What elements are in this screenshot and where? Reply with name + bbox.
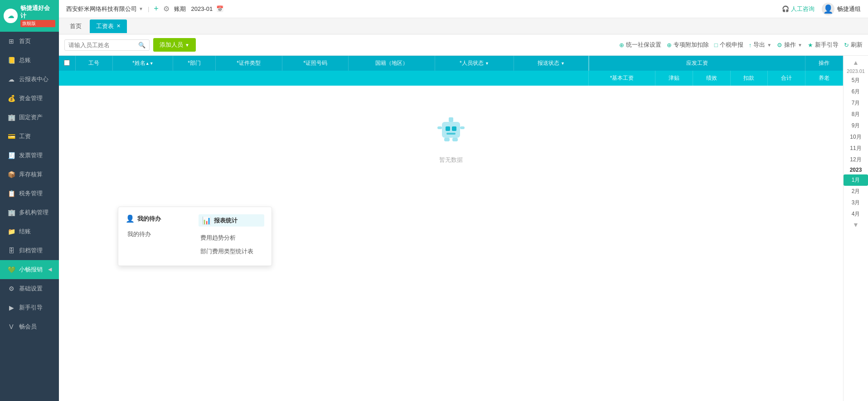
closing-icon: 📁	[7, 228, 15, 235]
add-company-button[interactable]: +	[154, 4, 159, 14]
export-arrow-icon: ▼	[767, 43, 771, 48]
timeline-month-8[interactable]: 8月	[844, 109, 868, 120]
select-all-checkbox[interactable]	[64, 60, 70, 66]
sidebar-item-closing[interactable]: 📁 结账	[0, 222, 59, 241]
user-menu[interactable]: 👤 畅捷通组	[822, 3, 861, 15]
timeline-down-button[interactable]: ▼	[851, 220, 860, 230]
sidebar-item-label: 归档管理	[19, 246, 43, 255]
sidebar-item-label: 首页	[19, 37, 31, 45]
timeline-month-1[interactable]: 1月	[844, 174, 868, 186]
xiaochang-icon: 💚	[7, 266, 15, 273]
sidebar-item-label: 固定资产	[19, 113, 43, 121]
refresh-button[interactable]: ↻ 刷新	[844, 41, 863, 49]
timeline-month-4[interactable]: 4月	[844, 208, 868, 220]
sidebar-item-home[interactable]: ⊞ 首页	[0, 32, 59, 51]
popup-section-report: 📊 报表统计 费用趋势分析 部门费用类型统计表	[199, 214, 264, 258]
company-selector[interactable]: 西安虾米网络科技有限公司 ▼	[66, 5, 143, 13]
sidebar-item-basic-settings[interactable]: ⚙ 基础设置	[0, 279, 59, 298]
sidebar-item-member[interactable]: V 畅会员	[0, 317, 59, 336]
timeline-month-12[interactable]: 12月	[844, 154, 868, 165]
sidebar-item-guide[interactable]: ▶ 新手引导	[0, 298, 59, 317]
timeline-month-9[interactable]: 9月	[844, 120, 868, 131]
timeline-month-6[interactable]: 6月	[844, 86, 868, 97]
inventory-icon: 📦	[7, 171, 15, 178]
sidebar-item-ledger[interactable]: 📒 总账	[0, 51, 59, 70]
sidebar-item-fund[interactable]: 💰 资金管理	[0, 89, 59, 108]
service-label: 人工咨询	[791, 5, 815, 13]
search-icon[interactable]: 🔍	[138, 42, 145, 48]
invoice-icon: 🧾	[7, 152, 15, 159]
timeline-year-2023: 2023	[849, 165, 863, 174]
sidebar-item-label: 总账	[19, 56, 31, 64]
sidebar-item-invoice[interactable]: 🧾 发票管理	[0, 146, 59, 165]
avatar: 👤	[822, 3, 834, 15]
th-report-status: 报送状态 ▼	[514, 56, 589, 71]
tab-salary-table[interactable]: 工资表 ✕	[90, 19, 127, 33]
salary-icon: 💳	[7, 133, 15, 140]
popup-title-pending: 👤 我的待办	[126, 214, 191, 223]
search-input[interactable]	[68, 42, 136, 48]
sidebar-item-cloud-report[interactable]: ☁ 云报表中心	[0, 70, 59, 89]
sidebar-item-salary[interactable]: 💳 工资	[0, 127, 59, 146]
timeline-month-10[interactable]: 10月	[844, 131, 868, 143]
th-id-type: *证件类型	[215, 56, 282, 71]
sidebar-item-fixed-assets[interactable]: 🏢 固定资产	[0, 108, 59, 127]
export-icon: ↑	[749, 42, 752, 48]
th-subsidy: 津贴	[655, 71, 693, 86]
calendar-icon[interactable]: 📅	[216, 5, 223, 12]
divider: |	[148, 5, 149, 12]
popup-item-trend[interactable]: 费用趋势分析	[199, 231, 264, 245]
th-emp-no: 工号	[75, 56, 113, 71]
th-salary-due: 应发工资	[589, 56, 805, 71]
guide-button[interactable]: ★ 新手引导	[808, 41, 839, 49]
svg-rect-1	[446, 126, 450, 131]
export-label: 导出	[753, 41, 765, 49]
operation-arrow-icon: ▼	[798, 43, 802, 48]
timeline-up-button[interactable]: ▲	[851, 58, 860, 68]
app-edition: 旗舰版	[20, 20, 55, 27]
operation-button[interactable]: ⚙ 操作 ▼	[777, 41, 802, 49]
close-tab-icon[interactable]: ✕	[116, 23, 121, 29]
timeline-month-7[interactable]: 7月	[844, 97, 868, 109]
special-deduction-button[interactable]: ⊕ 专项附加扣除	[667, 41, 709, 49]
add-person-label: 添加人员	[160, 41, 183, 49]
username: 畅捷通组	[837, 5, 861, 13]
service-button[interactable]: 🎧 人工咨询	[782, 5, 815, 13]
popup-item-dept-cost[interactable]: 部门费用类型统计表	[199, 245, 264, 258]
chevron-right-icon: ◀	[48, 266, 52, 272]
popup-item-my-pending[interactable]: 我的待办	[126, 227, 191, 241]
company-name: 西安虾米网络科技有限公司	[66, 5, 137, 13]
timeline-month-2[interactable]: 2月	[844, 186, 868, 197]
th-checkbox[interactable]	[59, 56, 75, 71]
social-security-button[interactable]: ⊕ 统一社保设置	[619, 41, 661, 49]
deduction-icon: ⊕	[667, 42, 672, 48]
report-icon: 📊	[202, 216, 211, 225]
export-button[interactable]: ↑ 导出 ▼	[749, 41, 771, 49]
settings-icon[interactable]: ⚙	[163, 5, 170, 13]
timeline-month-3[interactable]: 3月	[844, 197, 868, 208]
sidebar-item-label: 多机构管理	[19, 208, 48, 217]
sidebar-item-label: 云报表中心	[19, 75, 48, 83]
sidebar-item-tax[interactable]: 📋 税务管理	[0, 184, 59, 203]
timeline-month-5[interactable]: 5月	[844, 75, 868, 86]
timeline-sidebar: ▲ 2023.01 5月 6月 7月 8月 9月 10月 11月 12月 202…	[843, 56, 868, 401]
th-basic-salary: *基本工资	[589, 71, 655, 86]
sidebar-item-inventory[interactable]: 📦 库存核算	[0, 165, 59, 184]
sidebar-item-xiaochang[interactable]: 💚 小畅报销 ◀	[0, 260, 59, 279]
sidebar-item-label: 资金管理	[19, 94, 43, 102]
headset-icon: 🎧	[782, 5, 789, 12]
report-title-text: 报表统计	[214, 217, 238, 225]
sidebar-item-multi-org[interactable]: 🏢 多机构管理	[0, 203, 59, 222]
empty-state: 暂无数据	[59, 86, 843, 191]
tab-home-label: 首页	[70, 22, 82, 30]
tax-return-button[interactable]: □ 个税申报	[714, 41, 743, 49]
add-person-button[interactable]: 添加人员 ▼	[153, 38, 196, 52]
refresh-label: 刷新	[851, 41, 863, 49]
tab-home[interactable]: 首页	[63, 19, 88, 33]
sidebar-item-archive[interactable]: 🗄 归档管理	[0, 241, 59, 260]
refresh-icon: ↻	[844, 42, 849, 48]
dropdown-arrow-icon: ▼	[185, 43, 189, 48]
content-area: 🔍 添加人员 ▼ ⊕ 统一社保设置 ⊕ 专项附加扣除 □ 个税申报	[59, 34, 868, 401]
timeline-month-11[interactable]: 11月	[844, 143, 868, 154]
app-logo[interactable]: ☁ 畅捷通好会计 旗舰版	[0, 0, 59, 32]
